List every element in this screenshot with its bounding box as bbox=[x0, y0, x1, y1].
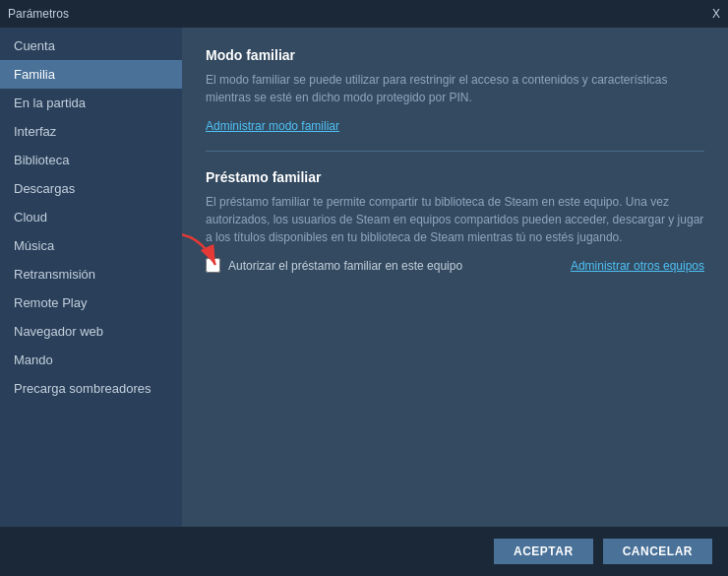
manage-family-mode-link[interactable]: Administrar modo familiar bbox=[206, 119, 339, 133]
section2-description: El préstamo familiar te permite comparti… bbox=[206, 193, 704, 246]
bottom-bar: ACEPTAR CANCELAR bbox=[0, 527, 728, 576]
close-button[interactable]: X bbox=[712, 7, 720, 21]
sidebar-item-interfaz[interactable]: Interfaz bbox=[0, 117, 182, 146]
settings-window: Parámetros X Cuenta Familia En la partid… bbox=[0, 0, 728, 576]
titlebar: Parámetros X bbox=[0, 0, 728, 28]
sidebar-item-retransmision[interactable]: Retransmisión bbox=[0, 260, 182, 288]
section1-title: Modo familiar bbox=[206, 47, 704, 63]
checkbox-row-container: Autorizar el préstamo familiar en este e… bbox=[206, 258, 704, 273]
family-loan-label: Autorizar el préstamo familiar en este e… bbox=[228, 259, 462, 273]
sidebar-item-descargas[interactable]: Descargas bbox=[0, 174, 182, 203]
sidebar-item-en-la-partida[interactable]: En la partida bbox=[0, 89, 182, 117]
sidebar-item-mando[interactable]: Mando bbox=[0, 346, 182, 374]
window-title: Parámetros bbox=[8, 7, 69, 21]
sidebar-item-familia[interactable]: Familia bbox=[0, 60, 182, 89]
sidebar-item-remote-play[interactable]: Remote Play bbox=[0, 288, 182, 317]
sidebar-item-biblioteca[interactable]: Biblioteca bbox=[0, 146, 182, 174]
family-loan-checkbox[interactable] bbox=[206, 258, 220, 273]
family-loan-row: Autorizar el préstamo familiar en este e… bbox=[206, 258, 704, 273]
main-content: Modo familiar El modo familiar se puede … bbox=[182, 28, 728, 527]
window-controls: X bbox=[712, 7, 720, 21]
window-body: Cuenta Familia En la partida Interfaz Bi… bbox=[0, 28, 728, 527]
section1-description: El modo familiar se puede utilizar para … bbox=[206, 71, 704, 106]
sidebar-item-musica[interactable]: Música bbox=[0, 231, 182, 260]
cancel-button[interactable]: CANCELAR bbox=[603, 539, 712, 564]
sidebar-item-cloud[interactable]: Cloud bbox=[0, 203, 182, 231]
sidebar-item-cuenta[interactable]: Cuenta bbox=[0, 32, 182, 60]
divider bbox=[206, 151, 704, 152]
sidebar-item-navegador-web[interactable]: Navegador web bbox=[0, 317, 182, 346]
accept-button[interactable]: ACEPTAR bbox=[494, 539, 593, 564]
sidebar-item-precarga-sombreadores[interactable]: Precarga sombreadores bbox=[0, 374, 182, 403]
sidebar: Cuenta Familia En la partida Interfaz Bi… bbox=[0, 28, 182, 527]
manage-other-devices-link[interactable]: Administrar otros equipos bbox=[571, 259, 704, 273]
section2-title: Préstamo familiar bbox=[206, 169, 704, 185]
